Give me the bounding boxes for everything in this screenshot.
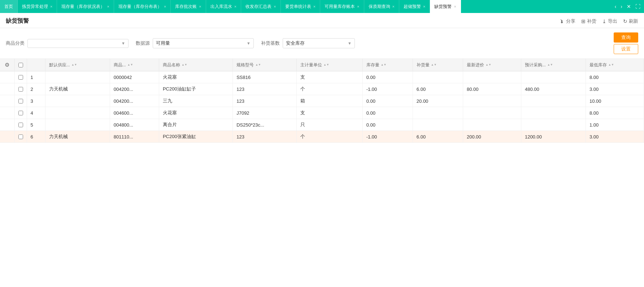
- close-tab-inventory-dist[interactable]: ×: [164, 4, 166, 9]
- cell-stock-3: 0.00: [362, 107, 413, 119]
- nav-tab-exception[interactable]: 拣货异常处理×: [18, 0, 57, 13]
- category-arrow-icon: ▼: [121, 41, 125, 45]
- cell-supplier-4: [45, 119, 110, 131]
- sort-replenish-icon: ▲▼: [431, 63, 437, 66]
- cell-replenish-1: 6.00: [413, 83, 463, 95]
- th-default-supplier[interactable]: 默认供应... ▲▼: [45, 59, 110, 71]
- nav-tab-available-ledger[interactable]: 可用量库存账本×: [320, 0, 364, 13]
- sort-min-icon: ▲▼: [608, 63, 614, 66]
- nav-tab-inventory-status[interactable]: 现存量（库存状况表）×: [57, 0, 114, 13]
- nav-tab-batch-account[interactable]: 库存批次账×: [171, 0, 206, 13]
- nav-tab-receive-summary[interactable]: 收发存汇总表×: [241, 0, 280, 13]
- nav-prev-btn[interactable]: ‹: [613, 2, 619, 11]
- th-spec[interactable]: 规格型号 ▲▼: [233, 59, 297, 71]
- th-goods-name[interactable]: 商品名称 ▲▼: [159, 59, 232, 71]
- th-min-stock[interactable]: 最低库存 ▲▼: [586, 59, 644, 71]
- th-replenish-qty[interactable]: 补货量 ▲▼: [413, 59, 463, 71]
- datasource-value: 可用量: [156, 40, 170, 47]
- cell-supplier-3: [45, 107, 110, 119]
- refresh-label: 刷新: [629, 18, 638, 25]
- datasource-label: 数据源: [136, 40, 150, 47]
- nav-tab-home[interactable]: 首页: [0, 0, 18, 13]
- settings-button[interactable]: 设置: [614, 44, 638, 54]
- th-goods-code[interactable]: 商品... ▲▼: [110, 59, 159, 71]
- cell-min-1: 3.00: [586, 83, 644, 95]
- close-tab-available-ledger[interactable]: ×: [357, 4, 359, 9]
- th-stock-qty[interactable]: 库存量 ▲▼: [362, 59, 413, 71]
- th-latest-price[interactable]: 最新进价 ▲▼: [463, 59, 521, 71]
- settings-gear-icon[interactable]: ⚙: [5, 62, 9, 68]
- close-tab-overstock[interactable]: ×: [423, 4, 425, 9]
- datasource-select[interactable]: 可用量 ▼: [153, 38, 254, 48]
- row-checkbox-2[interactable]: [18, 99, 23, 103]
- th-est-purchase[interactable]: 预计采购... ▲▼: [521, 59, 586, 71]
- category-value: [31, 41, 32, 46]
- nav-next-btn[interactable]: ›: [618, 2, 625, 11]
- cell-unit-2: 箱: [296, 95, 362, 107]
- cell-rownum-0: 1: [27, 71, 45, 83]
- nav-controls: ‹ › ✕ ⛶: [613, 2, 644, 11]
- header-actions: ⮯ 分享 ⊞ 补货 ⤓ 导出 ↻ 刷新: [560, 18, 638, 25]
- table-row: 6 力天机械 801110... PC200张紧油缸 123 个 -1.00 6…: [0, 131, 644, 143]
- close-tab-receive-summary[interactable]: ×: [274, 4, 276, 9]
- cell-price-5: 200.00: [463, 131, 521, 143]
- cell-spec-1: 123: [233, 83, 297, 95]
- close-tab-inventory-status[interactable]: ×: [107, 4, 109, 9]
- nav-close-btn[interactable]: ✕: [625, 2, 633, 11]
- cell-est-0: [521, 71, 586, 83]
- nav-tab-inout-flow[interactable]: 出入库流水×: [206, 0, 241, 13]
- nav-fullscreen-btn[interactable]: ⛶: [633, 2, 643, 11]
- nav-tab-shortage[interactable]: 缺货预警×: [430, 0, 461, 13]
- cell-checkbox-1: [14, 83, 27, 95]
- nav-tab-inventory-dist[interactable]: 现存量（库存分布表）×: [114, 0, 171, 13]
- cell-code-1: 004200...: [110, 83, 159, 95]
- row-checkbox-1[interactable]: [18, 87, 23, 92]
- replenish-action[interactable]: ⊞ 补货: [581, 18, 596, 25]
- th-unit[interactable]: 主计量单位 ▲▼: [296, 59, 362, 71]
- refresh-action[interactable]: ↻ 刷新: [623, 18, 638, 25]
- cell-est-3: [521, 107, 586, 119]
- row-checkbox-0[interactable]: [18, 75, 23, 80]
- cell-est-5: 1200.00: [521, 131, 586, 143]
- select-all-checkbox[interactable]: [18, 63, 23, 67]
- replenish-label: 补货: [587, 18, 596, 25]
- nav-tab-order-stats[interactable]: 要货单统计表×: [281, 0, 320, 13]
- row-checkbox-5[interactable]: [18, 134, 23, 139]
- close-tab-exception[interactable]: ×: [50, 4, 52, 9]
- export-label: 导出: [608, 18, 617, 25]
- row-checkbox-3[interactable]: [18, 111, 23, 115]
- category-label: 商品分类: [6, 40, 25, 47]
- export-action[interactable]: ⤓ 导出: [602, 18, 617, 25]
- cell-spec-5: 123: [233, 131, 297, 143]
- close-tab-inout-flow[interactable]: ×: [234, 4, 236, 9]
- close-tab-shortage[interactable]: ×: [454, 4, 456, 9]
- cell-rownum-5: 6: [27, 131, 45, 143]
- sort-supplier-icon: ▲▼: [71, 63, 77, 66]
- cell-name-1: PC200油缸缸子: [159, 83, 232, 95]
- sort-unit-icon: ▲▼: [323, 63, 329, 66]
- query-button[interactable]: 查询: [614, 32, 638, 43]
- datasource-arrow-icon: ▼: [247, 41, 251, 45]
- close-tab-expiry-query[interactable]: ×: [392, 4, 395, 9]
- share-action[interactable]: ⮯ 分享: [560, 18, 575, 25]
- table-row: 2 力天机械 004200... PC200油缸缸子 123 个 -1.00 6…: [0, 83, 644, 95]
- cell-spec-0: SS816: [233, 71, 297, 83]
- replenish-base-select[interactable]: 安全库存 ▼: [283, 38, 355, 48]
- cell-code-4: 004800...: [110, 119, 159, 131]
- table-head: ⚙ 默认供应... ▲▼: [0, 59, 644, 71]
- cell-price-0: [463, 71, 521, 83]
- category-select[interactable]: ▼: [27, 39, 129, 48]
- nav-tab-overstock[interactable]: 超储预警×: [399, 0, 430, 13]
- cell-price-3: [463, 107, 521, 119]
- cell-rownum-2: 3: [27, 95, 45, 107]
- cell-replenish-5: 6.00: [413, 131, 463, 143]
- table-row: 3 004200... 三九 123 箱 0.00 20.00 10.00: [0, 95, 644, 107]
- datasource-filter-group: 数据源 可用量 ▼: [136, 38, 254, 48]
- close-tab-order-stats[interactable]: ×: [313, 4, 316, 9]
- cell-checkbox-4: [14, 119, 27, 131]
- row-checkbox-4[interactable]: [18, 123, 23, 127]
- close-tab-batch-account[interactable]: ×: [199, 4, 201, 9]
- cell-min-5: 3.00: [586, 131, 644, 143]
- cell-stock-2: 0.00: [362, 95, 413, 107]
- nav-tab-expiry-query[interactable]: 保质期查询×: [364, 0, 399, 13]
